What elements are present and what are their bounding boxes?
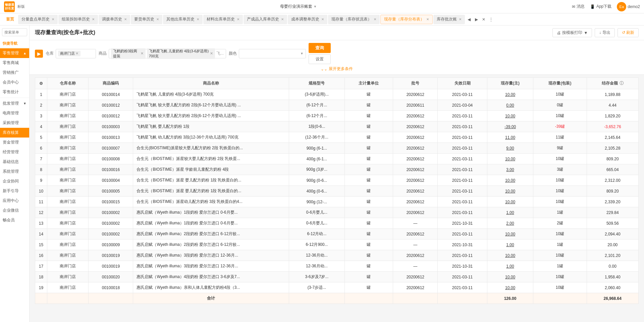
tab-home[interactable]: 首页 [3, 15, 17, 24]
sidebar-item-system[interactable]: 系统管理 [0, 167, 29, 176]
user-info[interactable]: Ea demo2 [617, 2, 640, 11]
sidebar-item-wholesale[interactable]: 批发管理 ▼ [0, 99, 29, 108]
sidebar-item-member[interactable]: 会员中心 [0, 77, 29, 87]
sidebar-item-ecommerce[interactable]: 电商管理 [0, 108, 29, 118]
app-download-button[interactable]: 📱 App下载 [590, 4, 611, 9]
row-qty[interactable]: 1.00 [487, 207, 533, 218]
tab-next-button[interactable]: ▶ [473, 15, 480, 24]
tab-cost-adjust[interactable]: 成本调整单历史 ✕ [288, 15, 327, 24]
sidebar-item-operations[interactable]: 经营管理 [0, 147, 29, 157]
tab-product-in-close[interactable]: ✕ [281, 17, 284, 21]
org-selector[interactable]: 母婴行业演示账套 ▼ [280, 4, 317, 9]
tab-dismantle-close[interactable]: ✕ [92, 17, 95, 21]
filter-row: ▶ 仓库 南岸门店 ✕ 商品 飞鹤奶粉3段 [35, 43, 639, 64]
gear-icon[interactable]: ⚙ [39, 81, 43, 86]
row-qty[interactable]: 1.00 [487, 239, 533, 250]
row-code: 00100002 [89, 218, 133, 229]
tab-close-button[interactable]: ✕ [480, 15, 487, 24]
sidebar-item-wechat[interactable]: 企业微信 [0, 206, 29, 215]
tab-cost-adjust-close[interactable]: ✕ [321, 17, 324, 21]
row-unit: 罐 [344, 261, 393, 272]
tab-other-out[interactable]: 其他出库单历史 ✕ [163, 15, 203, 24]
row-name: 合生元(BIOSTIME)派星较大婴儿配方奶粉 2段 乳铁蛋白的... [133, 143, 289, 154]
sidebar-item-finance[interactable]: 资金管理 [0, 138, 29, 147]
product-tag-2-close[interactable]: ✕ [210, 51, 213, 56]
row-qty[interactable]: 10.00 [487, 111, 533, 121]
tab-material-out-close[interactable]: ✕ [237, 17, 239, 21]
row-qty[interactable]: 10.00 [487, 282, 533, 293]
sidebar-nav-label[interactable]: 快捷导航 [0, 39, 29, 47]
settings-button[interactable]: 设置 [309, 54, 331, 64]
warehouse-tag-1-close[interactable]: ✕ [75, 51, 78, 56]
tab-split[interactable]: 分量盘点单历史 ✕ [18, 15, 58, 24]
sidebar-item-basic[interactable]: 基础信息 [0, 157, 29, 167]
row-qty[interactable]: 10.00 [487, 197, 533, 207]
sidebar-item-enterprise[interactable]: 企业协同 [0, 176, 29, 186]
row-name: 飞鹤星飞帆 婴儿配方奶粉 1段 [133, 121, 289, 132]
col-qty-main: 现存量(主) [487, 78, 533, 89]
tab-product-in[interactable]: 产成品入库单历史 ✕ [244, 15, 287, 24]
tab-mix-close[interactable]: ✕ [124, 17, 127, 21]
tab-stock-status[interactable]: 现存量（库存状况表） ✕ [328, 15, 380, 24]
row-qty[interactable]: 10.00 [487, 250, 533, 261]
expand-more-row[interactable]: ⌄⌄ 展开更多条件 [35, 66, 639, 72]
color-tag-group[interactable]: ▼ [239, 49, 306, 58]
sidebar-item-purchase[interactable]: 采购管理 [0, 118, 29, 128]
tab-require[interactable]: 要货单历史 ✕ [131, 15, 162, 24]
search-input[interactable] [2, 28, 27, 36]
col-gear[interactable]: ⚙ [35, 78, 47, 89]
tab-other-out-close[interactable]: ✕ [197, 17, 199, 21]
tab-dismantle[interactable]: 组装拆卸单历史 ✕ [58, 15, 98, 24]
sidebar-item-appstore[interactable]: 应用中心 [0, 196, 29, 206]
sidebar-item-stock[interactable]: 库存核算 [0, 128, 29, 138]
product-tag-group[interactable]: 飞鹤奶粉3段两提装 ✕ 飞鹤星飞帆 儿童奶粉 4段(3-6岁适用) 700克 ✕… [109, 49, 226, 58]
content-area: 现存量查询(按仓库+批次) 🖨 按模板打印 ▼ ↓ 导出 ↺ 刷新 [30, 25, 644, 322]
tab-menu-button[interactable]: ⋮ [488, 15, 494, 24]
row-qty[interactable]: 3.00 [487, 164, 533, 175]
tab-stock-status-close[interactable]: ✕ [374, 17, 376, 21]
color-dropdown-arrow: ▼ [300, 52, 304, 55]
sidebar-item-members[interactable]: 畅会员 [0, 215, 29, 225]
amount-info-icon[interactable]: ⓘ [620, 81, 624, 86]
refresh-button[interactable]: ↺ 刷新 [618, 28, 639, 37]
tab-split-close[interactable]: ✕ [52, 17, 54, 21]
row-qty[interactable]: 10.00 [487, 89, 533, 100]
sidebar-item-retail-shop[interactable]: 零售商城 [0, 58, 29, 68]
row-qty[interactable]: 10.00 [487, 186, 533, 197]
tab-stock-dist-close[interactable]: ✕ [426, 17, 429, 21]
export-label: 导出 [602, 30, 610, 35]
tab-require-close[interactable]: ✕ [156, 17, 159, 21]
sidebar-item-retail[interactable]: 零售管理 ▲ [0, 48, 29, 58]
row-qty[interactable]: 10.00 [487, 272, 533, 282]
sidebar-item-retail-stats[interactable]: 零售统计 [0, 87, 29, 97]
sidebar-item-guide[interactable]: 新手引导 [0, 186, 29, 196]
message-button[interactable]: ✉ 消息 [572, 4, 585, 9]
query-button[interactable]: 查询 [309, 43, 331, 53]
row-qty[interactable]: 11.00 [487, 132, 533, 143]
row-qty[interactable]: 2.00 [487, 218, 533, 229]
row-no: 2 [35, 100, 47, 111]
export-button[interactable]: ↓ 导出 [595, 28, 614, 37]
row-qty[interactable]: 9.00 [487, 143, 533, 154]
tab-batch-account-close[interactable]: ✕ [459, 17, 462, 21]
row-qty[interactable]: 10.00 [487, 229, 533, 239]
row-spec: (3-6岁适用)... [289, 89, 344, 100]
tab-material-out[interactable]: 材料出库单历史 ✕ [203, 15, 243, 24]
row-qty[interactable]: 10.00 [487, 154, 533, 164]
tab-stock-dist[interactable]: 现存量（库存分布表） ✕ [380, 15, 433, 24]
row-qty[interactable]: 1.00 [487, 261, 533, 272]
row-name: 惠氏启赋（Wyeth illuma）3段奶粉 爱尔兰进口 12-36月... [133, 250, 289, 261]
warehouse-tag-group[interactable]: 南岸门店 ✕ [56, 49, 96, 58]
row-qty[interactable]: 0.00 [487, 100, 533, 111]
table-row: 19南岸门店00100018惠氏启赋（Wyeth illuma）亲和人体儿童配方… [35, 282, 639, 293]
tab-prev-button[interactable]: ◀ [466, 15, 472, 24]
row-qty[interactable]: -39.00 [487, 121, 533, 132]
tab-batch-account[interactable]: 库存批次账 ✕ [433, 15, 465, 24]
sidebar-item-marketing[interactable]: 营销推广 [0, 68, 29, 77]
tab-mix[interactable]: 调拨单历史 ✕ [99, 15, 130, 24]
row-batch: 20200612 [393, 121, 438, 132]
row-qty[interactable]: 10.00 [487, 175, 533, 186]
print-button[interactable]: 🖨 按模板打印 ▼ [552, 28, 592, 37]
filter-expand-button[interactable]: ▶ [35, 50, 43, 58]
product-tag-1-close[interactable]: ✕ [141, 51, 144, 56]
